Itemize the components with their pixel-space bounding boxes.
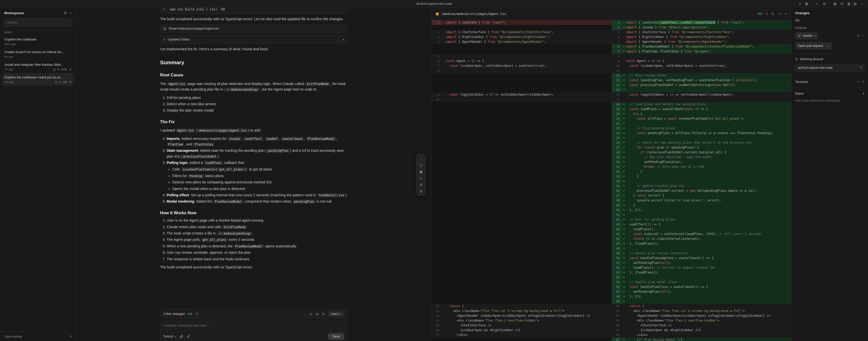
diff-row: 14+ const previousPlanIdsRef = useRef<Se… [432,83,792,88]
diff-row: 11 return (60 return ( [432,304,792,309]
diff-list-icon[interactable]: ≣ [315,312,319,316]
search-input[interactable] [4,19,72,27]
view-archive-button[interactable]: View Archive [4,335,22,338]
grid-icon[interactable]: ▦ [804,2,809,6]
terminal-icon[interactable]: >_ [815,2,820,6]
diff-row: 3 import { RightSidebar } from "@/compon… [432,35,792,39]
changes-panel: Changes Git medusa master ▾ ↑ 1 ⋯ [792,8,868,341]
panel-left-icon[interactable]: ◧ [833,2,838,6]
workspace-item[interactable]: Explore the codebase35m ago [2,35,74,48]
diff-row: 15+ [432,88,792,92]
diff-deletions: -1 [764,12,768,16]
ahead-count: 1 [857,34,859,37]
monitor-icon[interactable]: ⊡ [418,182,424,187]
composer: Default ▾ Send [160,321,347,341]
sub-list-item: Detects new plans by comparing against p… [172,179,347,185]
open-pr-button[interactable]: Open pull request ▾ [795,42,832,49]
send-button[interactable]: Send [328,333,344,340]
tool-call-label: npm run build 2>&1 | tail -80 [170,8,225,12]
floating-toolbar: ⋮▢▣▷⊡⇅ [416,154,426,196]
chevron-down-icon: ▾ [343,37,344,42]
workspace-time: 6h ago [5,55,13,58]
diff-row: 14 <div className="flex flex-1 overflow-… [432,318,792,323]
workspace-title: Explore the codebase I want you to ex... [5,75,71,79]
list-item: State management: Added state for tracki… [167,148,347,159]
tool-call-label: Read medusa/src/pages/Agent.tsx [169,26,219,31]
diff-row: 30+ setPendingPlan(plan); [432,160,792,164]
diff-row: 46+ return () => clearInterval(interval)… [432,237,792,241]
notes-chevron-icon[interactable]: ▾ [863,92,864,95]
message-input[interactable] [163,323,344,333]
workspace-title: Create Good First Issues on Github So... [5,50,71,54]
diff-row: 24+ const pendingPlans = allPlans.filter… [432,131,792,135]
chat-panel: >_npm run build 2>&1 | tail -80The build… [76,8,432,341]
file-icon: ▤ [55,81,57,84]
branch-selector[interactable]: master ▾ [795,32,818,39]
model-selector[interactable]: Default ▾ [163,335,176,338]
attach-icon[interactable] [180,335,183,338]
composer-controls: Default ▾ Send [163,333,344,340]
close-icon[interactable]: × [784,12,787,16]
chat-scroll-area[interactable]: >_npm run build 2>&1 | tail -80The build… [76,8,431,306]
board-icon[interactable]: ⊞ [822,2,827,6]
more-icon[interactable]: ⋯ [861,34,864,38]
version-selector[interactable]: Latest ▾ [328,311,344,317]
file-icon: ▤ [163,26,166,31]
diff-row: 2+import { invoke } from "@tauri-apps/ap… [432,25,792,30]
workspace-item[interactable]: Install and integrate Vibe Kanban Web...… [2,60,74,73]
workspace-item[interactable]: Explore the codebase I want you to ex...… [2,73,74,86]
diff-row: 1-import { useState } from "react";1+imp… [432,20,792,25]
diff-row: 13+ const [pendingPlan, setPendingPlan] … [432,78,792,83]
compare-icon[interactable]: ⇅ [418,189,424,194]
workspace-item[interactable]: Create Good First Issues on Github So...… [2,48,74,60]
diff-row: 38+ console.error('Failed to load plans:… [432,198,792,203]
tool-call-bash[interactable]: >_npm run build 2>&1 | tail -80 [160,8,347,14]
diff-row: 55+ // Handle plan modal close [432,280,792,285]
diff-row: 10 17 [432,97,792,102]
diff-header: /medusa/medusa/src/pages/Agent.tsx +59 -… [432,8,792,20]
notes-placeholder[interactable]: Add notes about this workspace... [795,98,864,106]
diff-row: 50+ const handlePlanComplete = useCallba… [432,256,792,260]
history-icon[interactable]: ↻ [771,12,775,16]
workspace-title: Explore the codebase [5,37,71,41]
files-changed-bar[interactable]: 2 files changed +61 -3 ∗ ≣ ↻ Latest ▾ [160,309,347,319]
diff-split-view[interactable]: 1-import { useState } from "react";1+imp… [432,20,792,341]
clipboard-icon[interactable]: ▣ [418,169,424,174]
section-heading: Summary [160,58,347,67]
branch-name: master [803,34,812,37]
panel-right-icon[interactable]: ◨ [846,2,851,6]
refresh-icon[interactable]: ↻ [322,312,326,316]
diff-row: 44+ loadPlans(); [432,227,792,232]
workspace-time: 35m ago [5,42,16,45]
sparkle-icon[interactable]: ∗ [309,312,313,316]
copy-icon[interactable]: ▢ [418,162,424,167]
git-branch-icon [798,34,801,37]
edit-branch-icon[interactable]: ✎ [860,66,862,69]
pause-icon[interactable]: ‖ [797,2,803,6]
diff-row: 12 <div className="flex flex-col h-scree… [432,309,792,313]
titlebar: vk/3ccf-explore-the-code ‖▦>_⊞◧⊟◨▤⋯ [0,0,868,8]
panel-bottom-icon[interactable]: ⊟ [839,2,845,6]
arrow-up-icon: ↑ [855,34,857,37]
list-item: Polling logic: Added a loadPlans callbac… [167,160,347,191]
repo-name: medusa [795,26,864,30]
diff-row: 53+ }, [loadPlans]); [432,270,792,275]
workspace-title: Install and integrate Vibe Kanban Web... [5,63,71,66]
more-icon[interactable]: ⋯ [859,2,864,6]
layout-icon[interactable]: ▤ [852,2,858,6]
additions-count: +134 [60,68,67,71]
tool-call-read[interactable]: ▤Read medusa/src/pages/Agent.tsx [160,24,347,33]
pen-icon[interactable] [187,335,190,338]
play-icon[interactable]: ▷ [418,176,424,181]
expand-terminal-icon[interactable]: ↗ [862,80,864,84]
archive-count: 0 [70,335,72,338]
working-branch-input[interactable] [795,64,864,71]
workspace-settings-icon[interactable]: ⊞ [64,11,67,15]
new-terminal-icon[interactable]: + [858,80,860,84]
add-workspace-icon[interactable]: + [70,11,72,15]
tool-call-todos[interactable]: ≡Updated Todos▾ [160,35,347,44]
expand-icon[interactable]: ↗ [777,12,782,16]
diff-row: 49+ // Handle plan review completion [432,251,792,256]
diff-row: 40+ }, []); [432,208,792,213]
grip-icon[interactable]: ⋮ [418,156,424,161]
